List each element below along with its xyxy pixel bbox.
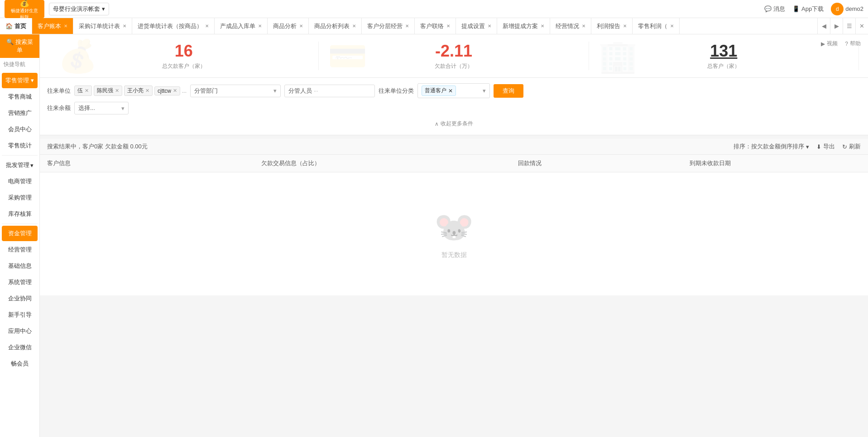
message-icon: 💬 [764,5,772,12]
export-btn[interactable]: ⬇ 导出 [816,142,835,151]
tab-operation-label: 经营情况 [556,22,579,30]
table-col-overdue-date: 到期未收款日期 [690,159,861,167]
filter-tag-wang-close[interactable]: ✕ [145,88,149,94]
user-profile[interactable]: d demo2 [831,3,863,15]
tab-prev-btn[interactable]: ◀ [817,18,830,34]
workspace-selector[interactable]: 母婴行业演示帐套 ▾ [49,3,109,15]
tab-purchase-stats-label: 采购订单统计表 [79,22,120,30]
tab-retail-profit[interactable]: 零售利润（ ✕ [633,18,680,34]
sidebar-item-guide-label: 新手引导 [8,311,32,318]
sidebar-item-ecommerce[interactable]: 电商管理 [2,174,38,189]
stat-card-debtors: 💰 16 总欠款客户（家） [49,42,319,70]
tab-home[interactable]: 🏠 首页 [0,18,32,34]
sidebar-item-purchase[interactable]: 采购管理 [2,190,38,205]
close-icon[interactable]: ✕ [299,24,303,28]
help-link[interactable]: ? 帮助 [845,40,861,48]
close-icon[interactable]: ✕ [64,24,67,28]
tab-customer-layer[interactable]: 客户分层经营 ✕ [362,18,415,34]
table-col-debt-info: 欠款交易信息（占比） [261,159,518,167]
nav-tabs: 🏠 首页 客户账本 ✕ 采购订单统计表 ✕ 进货单统计表（按商品） ✕ 产成品入… [0,18,868,34]
sidebar-item-retail-mall[interactable]: 零售商城 [2,89,38,104]
collapse-button[interactable]: ∧ 收起更多条件 [47,118,861,129]
filter-tag-wang-text: 王小亮 [127,87,144,95]
refresh-btn[interactable]: ↻ 刷新 [842,142,861,151]
tab-stock-stats[interactable]: 进货单统计表（按商品） ✕ [132,18,215,34]
person-select[interactable]: 分管人员 ··· [284,85,375,97]
video-icon: ▶ [821,41,825,47]
close-icon[interactable]: ✕ [405,24,409,28]
close-icon[interactable]: ✕ [205,24,209,28]
unit-class-tag-close[interactable]: ✕ [448,88,453,94]
tab-profit-report[interactable]: 利润报告 ✕ [591,18,633,34]
tab-purchase-stats[interactable]: 采购订单统计表 ✕ [73,18,132,34]
close-icon[interactable]: ✕ [258,24,262,28]
filter-more-btn[interactable]: ... [182,88,187,94]
tab-commission-setting[interactable]: 提成设置 ✕ [456,18,497,34]
sidebar-item-finance[interactable]: 资金管理 [2,226,38,241]
filter-tag-wu-close[interactable]: ✕ [85,88,89,94]
top-bar: 💰 畅捷通好生意 标版 母婴行业演示帐套 ▾ 💬 消息 📱 App下载 d de… [0,0,868,18]
tab-product-inbound[interactable]: 产成品入库单 ✕ [215,18,268,34]
close-icon[interactable]: ✕ [582,24,585,28]
message-link[interactable]: 💬 消息 [764,5,785,13]
video-link[interactable]: ▶ 视频 [821,40,838,48]
sidebar-item-member[interactable]: 会员中心 [2,122,38,137]
close-icon[interactable]: ✕ [670,24,674,28]
sidebar-item-inventory[interactable]: 库存核算 [2,206,38,222]
balance-select[interactable]: 选择... ▾ [74,102,129,114]
sidebar-item-marketing[interactable]: 营销推广 [2,105,38,121]
tab-close-all-btn[interactable]: ✕ [855,18,868,34]
chevron-down-icon: ▾ [806,143,809,150]
stat-total-customers-label: 总客户（家） [707,62,740,70]
close-icon[interactable]: ✕ [123,24,126,28]
sidebar-item-wechat[interactable]: 企业微信 [2,340,38,355]
sidebar-search[interactable]: 🔍 搜索菜单 [0,34,39,58]
chevron-up-icon: ∧ [435,121,439,127]
stats-actions: ▶ 视频 ? 帮助 [821,40,861,48]
sidebar-item-operation[interactable]: 经营管理 [2,242,38,257]
tab-product-analysis[interactable]: 商品分析 ✕ [268,18,309,34]
sidebar-divider-1 [2,155,38,156]
tab-new-commission[interactable]: 新增提成方案 ✕ [497,18,550,34]
sidebar-item-retail-stats[interactable]: 零售统计 [2,138,38,153]
sidebar-item-basic-info[interactable]: 基础信息 [2,258,38,274]
dept-placeholder: 分管部门 [194,87,218,95]
sidebar-item-enterprise[interactable]: 企业协同 [2,291,38,306]
filter-row-1: 往来单位 伍 ✕ 陈民强 ✕ 王小亮 ✕ [47,83,861,98]
sidebar-item-app-center[interactable]: 应用中心 [2,323,38,339]
close-icon[interactable]: ✕ [352,24,356,28]
sidebar-item-operation-label: 经营管理 [8,246,32,253]
sidebar-item-retail[interactable]: 零售管理 ▾ [2,73,38,88]
home-icon: 🏠 [5,23,13,29]
sidebar-quick-nav[interactable]: 快捷导航 [0,58,39,71]
app-download-link[interactable]: 📱 App下载 [792,5,824,13]
filter-tag-chen-close[interactable]: ✕ [115,88,119,94]
close-icon[interactable]: ✕ [488,24,491,28]
sidebar-item-wholesale[interactable]: 批发管理 ▾ [2,157,38,173]
query-button[interactable]: 查询 [494,84,523,98]
tab-next-btn[interactable]: ▶ [830,18,843,34]
collapse-label: 收起更多条件 [441,120,473,128]
table-col-customer-info: 客户信息 [47,159,261,167]
tab-operation[interactable]: 经营情况 ✕ [550,18,591,34]
refresh-label: 刷新 [849,142,861,151]
tab-menu-btn[interactable]: ☰ [843,18,855,34]
close-icon[interactable]: ✕ [623,24,627,28]
close-icon[interactable]: ✕ [541,24,544,28]
dept-select[interactable]: 分管部门 ▾ [190,85,281,97]
sidebar-item-guide[interactable]: 新手引导 [2,307,38,323]
tab-product-analysis-list[interactable]: 商品分析列表 ✕ [309,18,362,34]
sidebar-item-system[interactable]: 系统管理 [2,275,38,290]
tab-customer-contact-label: 客户联络 [420,22,444,30]
close-icon[interactable]: ✕ [446,24,450,28]
content-area: 💰 16 总欠款客户（家） 💳 -2.11 欠款合计（万） 🏢 131 总客户（… [40,34,868,437]
tab-customer-account[interactable]: 客户账本 ✕ [32,18,73,34]
unit-class-select[interactable]: 普通客户 ✕ ▾ [417,83,490,98]
filter-tag-cjttcw-close[interactable]: ✕ [173,88,177,94]
tab-customer-layer-label: 客户分层经营 [367,22,403,30]
chevron-down-icon: ▾ [273,87,277,94]
sort-select[interactable]: 排序：按欠款金额倒序排序 ▾ [734,142,809,151]
tab-customer-contact[interactable]: 客户联络 ✕ [415,18,456,34]
sidebar-item-vip[interactable]: 畅会员 [2,356,38,371]
sidebar-item-retail-mall-label: 零售商城 [8,93,32,100]
